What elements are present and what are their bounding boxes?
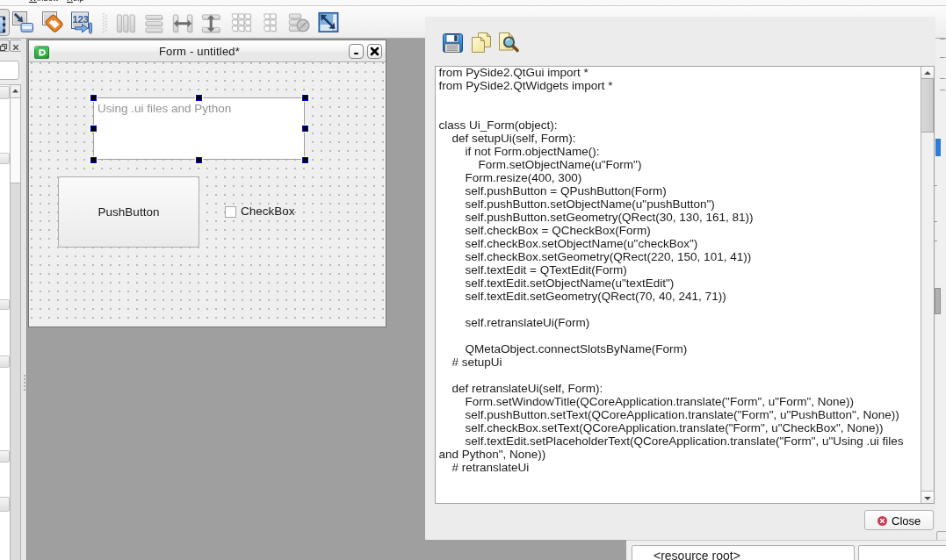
svg-text:123: 123 bbox=[73, 14, 89, 25]
